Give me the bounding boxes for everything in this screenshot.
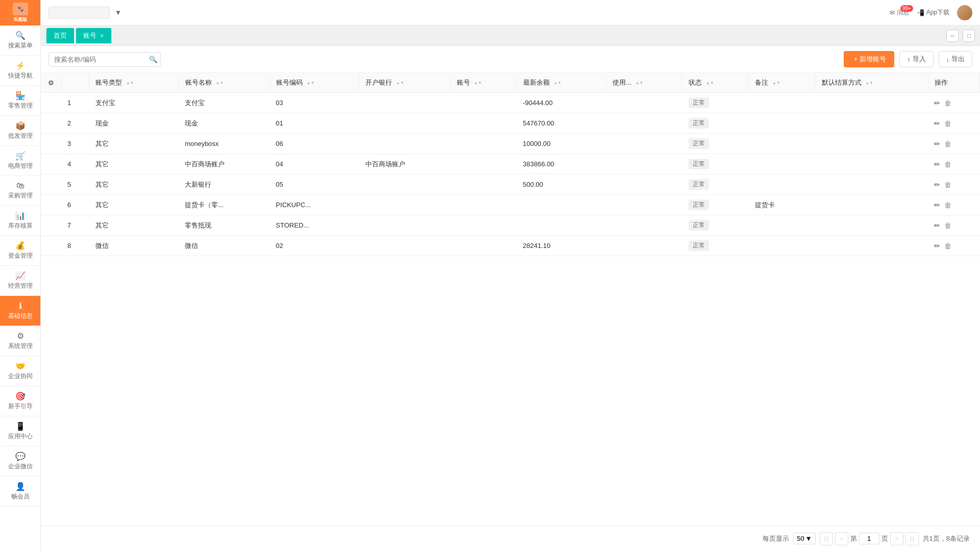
sidebar-item-finance[interactable]: 💰 资金管理 bbox=[0, 236, 40, 266]
table-body: 1 支付宝 支付宝 03 -90444.00 正常 ✏ 🗑 2 现金 现金 01 bbox=[41, 93, 980, 256]
delete-button[interactable]: 🗑 bbox=[944, 201, 951, 209]
sidebar-item-appcenter[interactable]: 📱 应用中心 bbox=[0, 416, 40, 446]
th-balance[interactable]: 最新余额 ▲▼ bbox=[517, 73, 606, 93]
sidebar-item-purchase[interactable]: 🛍 采购管理 bbox=[0, 176, 40, 206]
status-badge: 正常 bbox=[689, 220, 709, 231]
add-account-button[interactable]: + 新增账号 bbox=[844, 51, 894, 67]
sidebar-item-guide[interactable]: 🎯 新手引导 bbox=[0, 386, 40, 416]
sidebar-item-retail[interactable]: 🏪 零售管理 bbox=[0, 86, 40, 116]
delete-button[interactable]: 🗑 bbox=[944, 242, 951, 250]
main-content: ▼ ✉ 消息 99+ 📲 App下载 首页 账号 ✕ ─ □ bbox=[41, 0, 980, 551]
th-account[interactable]: 账号 ▲▼ bbox=[450, 73, 517, 93]
cell-status: 正常 bbox=[682, 195, 749, 215]
cell-status: 正常 bbox=[682, 113, 749, 134]
cell-note bbox=[749, 134, 815, 154]
export-button[interactable]: ↓ 导出 bbox=[939, 51, 973, 67]
per-page-dropdown-icon: ▼ bbox=[805, 535, 812, 542]
th-action-label: 操作 bbox=[935, 79, 948, 86]
sidebar-item-basic[interactable]: ℹ 基础信息 bbox=[0, 296, 40, 326]
dropdown-arrow-icon: ▼ bbox=[115, 9, 121, 16]
purchase-icon: 🛍 bbox=[16, 181, 24, 190]
sidebar-item-quick[interactable]: ⚡ 快捷导航 bbox=[0, 56, 40, 86]
edit-button[interactable]: ✏ bbox=[934, 99, 940, 107]
th-bank[interactable]: 开户银行 ▲▼ bbox=[359, 73, 450, 93]
import-label: 导入 bbox=[913, 55, 926, 64]
sidebar-item-business[interactable]: 📈 经营管理 bbox=[0, 266, 40, 296]
delete-button[interactable]: 🗑 bbox=[944, 221, 951, 230]
cell-status: 正常 bbox=[682, 215, 749, 236]
sidebar-item-system[interactable]: ⚙ 系统管理 bbox=[0, 326, 40, 356]
th-status[interactable]: 状态 ▲▼ bbox=[682, 73, 749, 93]
logo-text: 乐惠版 bbox=[13, 16, 27, 23]
next-page-button[interactable]: ＞ bbox=[890, 532, 903, 545]
page-input[interactable] bbox=[859, 533, 879, 544]
cell-balance: 383866.00 bbox=[517, 154, 606, 174]
sidebar-item-label: 电商管理 bbox=[8, 162, 33, 170]
th-note-label: 备注 bbox=[755, 79, 768, 86]
tab-home[interactable]: 首页 bbox=[46, 28, 75, 43]
th-gear[interactable]: ⚙ bbox=[41, 73, 61, 93]
cell-usage bbox=[606, 236, 682, 256]
sidebar-item-inventory[interactable]: 📊 库存核算 bbox=[0, 206, 40, 236]
table-container: ⚙ 账号类型 ▲▼ 账号名称 ▲▼ 账号编码 ▲▼ bbox=[41, 73, 980, 525]
message-badge: 99+ bbox=[900, 5, 913, 12]
delete-button[interactable]: 🗑 bbox=[944, 160, 951, 168]
edit-button[interactable]: ✏ bbox=[934, 160, 940, 168]
edit-button[interactable]: ✏ bbox=[934, 242, 940, 250]
th-settlement[interactable]: 默认结算方式 ▲▼ bbox=[815, 73, 928, 93]
th-name[interactable]: 账号名称 ▲▼ bbox=[179, 73, 270, 93]
page-label: 第 bbox=[850, 534, 857, 543]
tab-maximize-button[interactable]: □ bbox=[963, 30, 975, 42]
th-code[interactable]: 账号编码 ▲▼ bbox=[270, 73, 359, 93]
delete-button[interactable]: 🗑 bbox=[944, 119, 951, 128]
sidebar-item-wholesale[interactable]: 📦 批发管理 bbox=[0, 116, 40, 146]
cell-index: 4 bbox=[61, 154, 89, 174]
system-icon: ⚙ bbox=[17, 331, 24, 341]
edit-button[interactable]: ✏ bbox=[934, 221, 940, 230]
edit-button[interactable]: ✏ bbox=[934, 140, 940, 148]
sidebar-item-search[interactable]: 🔍 搜索菜单 bbox=[0, 26, 40, 56]
sidebar-item-label: 零售管理 bbox=[8, 102, 33, 110]
header-search-input[interactable] bbox=[48, 7, 110, 19]
tab-minimize-button[interactable]: ─ bbox=[946, 30, 959, 42]
cell-action: ✏ 🗑 bbox=[928, 134, 979, 154]
last-page-button[interactable]: ⟩⟩ bbox=[905, 532, 919, 545]
cell-usage bbox=[606, 93, 682, 113]
user-avatar[interactable] bbox=[957, 5, 972, 20]
table-row: 5 其它 大新银行 05 500.00 正常 ✏ 🗑 bbox=[41, 174, 980, 195]
sidebar-item-ecommerce[interactable]: 🛒 电商管理 bbox=[0, 146, 40, 176]
th-usage[interactable]: 使用... ▲▼ bbox=[606, 73, 682, 93]
th-note[interactable]: 备注 ▲▼ bbox=[749, 73, 815, 93]
sidebar: 🐾 乐惠版 🔍 搜索菜单 ⚡ 快捷导航 🏪 零售管理 📦 批发管理 🛒 电商管理… bbox=[0, 0, 41, 551]
sidebar-item-contract[interactable]: 🤝 企业协同 bbox=[0, 356, 40, 386]
per-page-select[interactable]: 50 ▼ bbox=[793, 533, 815, 544]
edit-button[interactable]: ✏ bbox=[934, 119, 940, 128]
import-button[interactable]: ↑ 导入 bbox=[899, 51, 934, 67]
first-page-button[interactable]: ⟨⟨ bbox=[820, 532, 833, 545]
edit-button[interactable]: ✏ bbox=[934, 181, 940, 189]
search-button[interactable]: 🔍 bbox=[145, 53, 161, 66]
delete-button[interactable]: 🗑 bbox=[944, 140, 951, 148]
delete-button[interactable]: 🗑 bbox=[944, 181, 951, 189]
search-input[interactable] bbox=[49, 53, 145, 66]
prev-page-button[interactable]: ＜ bbox=[835, 532, 848, 545]
cell-name: 微信 bbox=[179, 236, 270, 256]
sidebar-item-member[interactable]: 👤 畅会员 bbox=[0, 477, 40, 507]
sidebar-item-wechat[interactable]: 💬 企业微信 bbox=[0, 446, 40, 477]
th-type[interactable]: 账号类型 ▲▼ bbox=[89, 73, 179, 93]
delete-button[interactable]: 🗑 bbox=[944, 99, 951, 107]
export-label: 导出 bbox=[951, 55, 965, 64]
cell-type: 其它 bbox=[89, 154, 179, 174]
edit-button[interactable]: ✏ bbox=[934, 201, 940, 209]
cell-type: 支付宝 bbox=[89, 93, 179, 113]
cell-balance: 547670.00 bbox=[517, 113, 606, 134]
cell-type: 其它 bbox=[89, 195, 179, 215]
tab-close-icon[interactable]: ✕ bbox=[100, 33, 104, 39]
cell-name: 支付宝 bbox=[179, 93, 270, 113]
message-button[interactable]: ✉ 消息 99+ bbox=[890, 8, 909, 17]
cell-name: 中百商场账户 bbox=[179, 154, 270, 174]
app-download-button[interactable]: 📲 App下载 bbox=[917, 8, 949, 17]
header-dropdown[interactable]: ▼ bbox=[115, 9, 121, 16]
tab-account[interactable]: 账号 ✕ bbox=[76, 28, 112, 43]
app-logo: 🐾 乐惠版 bbox=[0, 0, 40, 26]
